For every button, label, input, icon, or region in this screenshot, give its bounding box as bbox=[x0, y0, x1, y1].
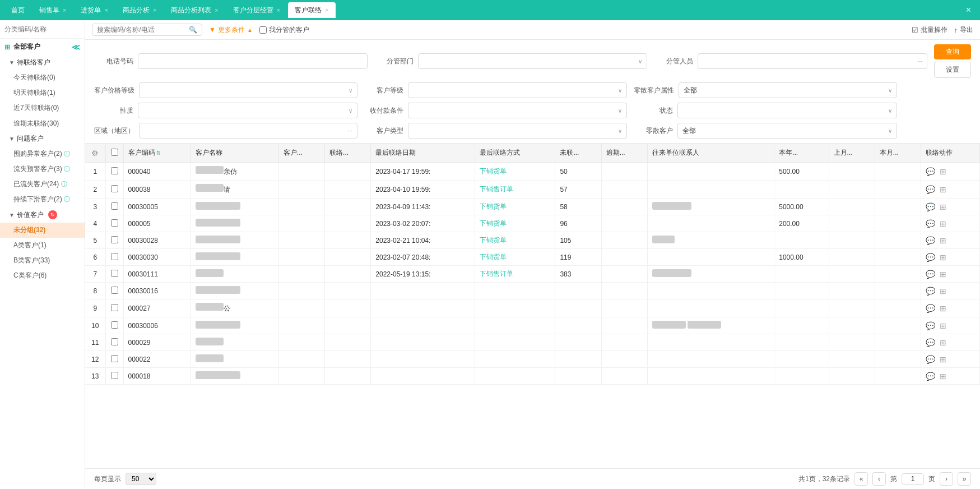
my-customers-checkbox[interactable] bbox=[259, 26, 267, 34]
filter-phone-input[interactable] bbox=[138, 53, 368, 69]
sort-icon[interactable]: ⇅ bbox=[156, 150, 161, 156]
more-conditions-button[interactable]: ▼ 更多条件 ▲ bbox=[209, 25, 253, 35]
close-purchase-tab[interactable]: × bbox=[104, 7, 108, 13]
sidebar-item-hoarding[interactable]: 囤购异常客户(2) ⓘ bbox=[0, 146, 85, 162]
row-checkbox[interactable] bbox=[111, 167, 118, 174]
grid-action-icon[interactable]: ⊞ bbox=[940, 287, 946, 296]
sidebar-item-ungrouped[interactable]: 未分组(32) bbox=[0, 223, 85, 238]
sidebar-item-tomorrow[interactable]: 明天待联络(1) bbox=[0, 85, 85, 100]
chat-action-icon[interactable]: 💬 bbox=[926, 219, 935, 228]
reset-button[interactable]: 设置 bbox=[934, 62, 971, 78]
contact-method-link[interactable]: 下销售订单 bbox=[480, 270, 513, 278]
contact-method-link[interactable]: 下销货单 bbox=[480, 236, 507, 244]
contact-method-link[interactable]: 下销货单 bbox=[480, 202, 507, 210]
row-checkbox[interactable] bbox=[111, 253, 118, 260]
sidebar-item-overdue[interactable]: 逾期未联络(30) bbox=[0, 116, 85, 131]
row-checkbox[interactable] bbox=[111, 219, 118, 227]
chat-action-icon[interactable]: 💬 bbox=[926, 304, 935, 313]
refresh-badge[interactable]: ↻ bbox=[48, 210, 57, 219]
nav-tab-purchase[interactable]: 进货单 × bbox=[74, 2, 114, 18]
filter-search-icon[interactable]: 🔍 bbox=[189, 26, 197, 34]
row-checkbox[interactable] bbox=[111, 355, 118, 362]
table-settings-icon[interactable]: ⚙ bbox=[91, 149, 99, 158]
filter-customer-type-select[interactable]: ∨ bbox=[408, 123, 628, 139]
grid-action-icon[interactable]: ⊞ bbox=[940, 219, 946, 228]
chat-action-icon[interactable]: 💬 bbox=[926, 338, 935, 347]
sidebar-group-problem[interactable]: ▼ 问题客户 bbox=[0, 131, 85, 146]
first-page-button[interactable]: « bbox=[854, 472, 868, 486]
close-sales-tab[interactable]: × bbox=[63, 7, 66, 13]
sidebar-all-customers[interactable]: ⊞ 全部客户 ≪ bbox=[0, 39, 85, 55]
grid-action-icon[interactable]: ⊞ bbox=[940, 304, 946, 313]
sidebar-item-7days[interactable]: 近7天待联络(0) bbox=[0, 100, 85, 116]
nav-tab-analysis-list[interactable]: 商品分析列表 × bbox=[164, 2, 225, 18]
next-page-button[interactable]: › bbox=[940, 472, 953, 486]
sidebar-item-class-b[interactable]: B类客户(33) bbox=[0, 253, 85, 268]
grid-action-icon[interactable]: ⊞ bbox=[940, 202, 946, 211]
export-button[interactable]: ↑ 导出 bbox=[954, 25, 974, 35]
sidebar-item-churn-warning[interactable]: 流失预警客户(3) ⓘ bbox=[0, 162, 85, 177]
sidebar-item-class-a[interactable]: A类客户(1) bbox=[0, 238, 85, 253]
sidebar-item-today[interactable]: 今天待联络(0) bbox=[0, 70, 85, 85]
chat-action-icon[interactable]: 💬 bbox=[926, 253, 935, 262]
page-number-input[interactable] bbox=[902, 473, 924, 485]
filter-retail-attr-select[interactable]: 全部∨ bbox=[679, 82, 897, 98]
filter-region-select[interactable]: ··· bbox=[139, 123, 357, 139]
sidebar-item-declining[interactable]: 持续下滑客户(2) ⓘ bbox=[0, 192, 85, 207]
nav-tab-analysis[interactable]: 商品分析 × bbox=[116, 2, 163, 18]
chat-action-icon[interactable]: 💬 bbox=[926, 202, 935, 211]
filter-search-input[interactable] bbox=[97, 26, 187, 34]
nav-tab-customer-segment[interactable]: 客户分层经营 × bbox=[226, 2, 287, 18]
grid-action-icon[interactable]: ⊞ bbox=[940, 321, 946, 330]
row-checkbox[interactable] bbox=[111, 270, 118, 277]
grid-action-icon[interactable]: ⊞ bbox=[940, 338, 946, 347]
grid-action-icon[interactable]: ⊞ bbox=[940, 236, 946, 245]
nav-tab-home[interactable]: 首页 bbox=[4, 2, 31, 18]
row-checkbox[interactable] bbox=[111, 338, 118, 345]
chat-action-icon[interactable]: 💬 bbox=[926, 287, 935, 296]
row-checkbox[interactable] bbox=[111, 202, 118, 210]
batch-op-button[interactable]: ☑ 批量操作 bbox=[912, 25, 948, 35]
filter-retail-customer-select[interactable]: 全部∨ bbox=[677, 123, 897, 139]
chat-action-icon[interactable]: 💬 bbox=[926, 321, 935, 330]
filter-status-select[interactable]: ∨ bbox=[677, 103, 897, 118]
close-analysis-tab[interactable]: × bbox=[153, 7, 156, 13]
sidebar-item-class-c[interactable]: C类客户(6) bbox=[0, 268, 85, 283]
nav-tab-sales[interactable]: 销售单 × bbox=[32, 2, 73, 18]
chat-action-icon[interactable]: 💬 bbox=[926, 236, 935, 245]
page-size-select[interactable]: 50 100 200 bbox=[126, 473, 156, 485]
nav-tab-customer-contact[interactable]: 客户联络 × bbox=[288, 2, 335, 18]
chat-action-icon[interactable]: 💬 bbox=[926, 167, 935, 176]
chat-action-icon[interactable]: 💬 bbox=[926, 372, 935, 381]
window-close-button[interactable]: × bbox=[962, 5, 976, 15]
row-checkbox[interactable] bbox=[111, 236, 118, 243]
filter-person-select[interactable]: ··· bbox=[698, 53, 927, 69]
filter-payment-select[interactable]: ∨ bbox=[408, 103, 628, 118]
grid-action-icon[interactable]: ⊞ bbox=[940, 185, 946, 194]
grid-action-icon[interactable]: ⊞ bbox=[940, 372, 946, 381]
filter-nature-select[interactable]: ∨ bbox=[138, 103, 357, 118]
chat-action-icon[interactable]: 💬 bbox=[926, 355, 935, 364]
row-checkbox[interactable] bbox=[111, 372, 118, 379]
select-all-checkbox[interactable] bbox=[111, 149, 118, 156]
close-customer-contact-tab[interactable]: × bbox=[325, 7, 328, 13]
contact-method-link[interactable]: 下销货单 bbox=[480, 253, 507, 261]
collapse-icon[interactable]: ≪ bbox=[72, 43, 80, 52]
filter-customer-level-select[interactable]: ∨ bbox=[408, 82, 628, 98]
sidebar-group-pending[interactable]: ▼ 待联络客户 bbox=[0, 55, 85, 70]
sidebar-group-value[interactable]: ▼ 价值客户 ↻ bbox=[0, 207, 85, 223]
filter-dept-select[interactable]: ∨ bbox=[418, 53, 648, 69]
contact-method-link[interactable]: 下销货单 bbox=[480, 219, 507, 227]
contact-method-link[interactable]: 下销货单 bbox=[480, 167, 507, 175]
grid-action-icon[interactable]: ⊞ bbox=[940, 355, 946, 364]
grid-action-icon[interactable]: ⊞ bbox=[940, 253, 946, 262]
row-checkbox[interactable] bbox=[111, 321, 118, 329]
grid-action-icon[interactable]: ⊞ bbox=[940, 167, 946, 176]
sidebar-search-input[interactable] bbox=[4, 25, 85, 33]
close-analysis-list-tab[interactable]: × bbox=[215, 7, 218, 13]
grid-action-icon[interactable]: ⊞ bbox=[940, 270, 946, 279]
chat-action-icon[interactable]: 💬 bbox=[926, 270, 935, 279]
chat-action-icon[interactable]: 💬 bbox=[926, 185, 935, 194]
row-checkbox[interactable] bbox=[111, 287, 118, 294]
contact-method-link[interactable]: 下销售订单 bbox=[480, 185, 513, 193]
